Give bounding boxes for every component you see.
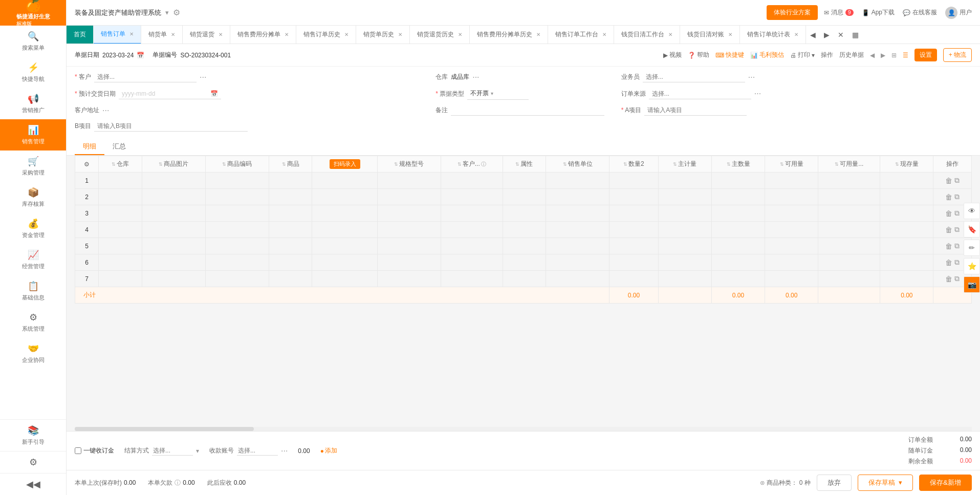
table-cell[interactable] [765, 173, 818, 189]
tab-expense-history[interactable]: 销售费用分摊单历史 ✕ [470, 26, 548, 44]
table-cell[interactable] [609, 205, 658, 222]
payment-dropdown-icon[interactable]: ▾ [196, 447, 199, 455]
table-cell[interactable] [711, 173, 765, 189]
app-download-link[interactable]: 📱 App下载 [862, 8, 895, 17]
table-cell[interactable] [503, 254, 546, 271]
table-cell[interactable] [609, 271, 658, 287]
table-cell[interactable] [711, 205, 765, 222]
table-cell[interactable] [880, 238, 933, 254]
col-settings[interactable]: ⚙ [75, 156, 99, 173]
sidebar-item-inventory[interactable]: 📦 库存核算 [0, 182, 66, 213]
table-cell[interactable] [818, 238, 880, 254]
table-cell[interactable] [609, 173, 658, 189]
table-cell[interactable] [818, 205, 880, 222]
table-cell[interactable] [765, 254, 818, 271]
table-cell[interactable] [142, 189, 205, 205]
sidebar-item-guide[interactable]: 📚 新手引导 [0, 419, 66, 451]
table-cell[interactable] [377, 238, 441, 254]
table-cell[interactable] [441, 205, 503, 222]
address-more-icon[interactable]: ··· [102, 106, 109, 115]
tab-close-icon[interactable]: ✕ [602, 32, 606, 37]
table-cell[interactable] [142, 238, 205, 254]
table-cell[interactable] [658, 205, 711, 222]
table-cell[interactable] [658, 222, 711, 238]
table-cell[interactable] [312, 271, 377, 287]
nav-prev-icon[interactable]: ◀ [870, 52, 875, 59]
table-cell[interactable] [269, 238, 312, 254]
nav-next-icon[interactable]: ▶ [881, 52, 885, 59]
table-cell[interactable] [765, 205, 818, 222]
table-cell[interactable] [818, 173, 880, 189]
table-cell[interactable] [99, 254, 142, 271]
table-cell[interactable] [142, 254, 205, 271]
right-panel-star-btn[interactable]: ⭐ [964, 258, 980, 274]
table-cell[interactable] [765, 189, 818, 205]
tab-sales-order[interactable]: 销售订单 ✕ [94, 26, 141, 44]
table-cell[interactable] [609, 238, 658, 254]
account-input[interactable] [237, 446, 278, 456]
account-more-icon[interactable]: ··· [281, 446, 288, 456]
add-logistics-button[interactable]: + 物流 [943, 48, 972, 62]
row-delete-button[interactable]: 🗑 [945, 192, 952, 201]
row-copy-button[interactable]: ⧉ [954, 274, 960, 283]
online-service-link[interactable]: 💬 在线客服 [903, 8, 937, 17]
discard-button[interactable]: 放弃 [817, 475, 852, 491]
table-cell[interactable] [880, 222, 933, 238]
table-cell[interactable] [609, 189, 658, 205]
table-cell[interactable] [609, 222, 658, 238]
tab-close-icon[interactable]: ✕ [129, 31, 134, 37]
table-cell[interactable] [711, 189, 765, 205]
save-new-button[interactable]: 保存&新增 [919, 475, 972, 491]
table-cell[interactable] [765, 238, 818, 254]
row-delete-button[interactable]: 🗑 [945, 274, 952, 283]
table-cell[interactable] [765, 271, 818, 287]
right-panel-view-btn[interactable]: 👁 [964, 203, 980, 219]
row-copy-button[interactable]: ⧉ [954, 225, 960, 234]
table-cell[interactable] [441, 222, 503, 238]
settings-icon[interactable]: ⚙ [173, 8, 180, 17]
table-cell[interactable] [880, 205, 933, 222]
tab-sales-order-history[interactable]: 销售订单历史 ✕ [296, 26, 356, 44]
view-button[interactable]: ▶ 视频 [663, 51, 682, 59]
tab-invoice-history[interactable]: 销货单历史 ✕ [356, 26, 410, 44]
sidebar-item-basic-info[interactable]: 📋 基础信息 [0, 275, 66, 307]
table-cell[interactable] [658, 271, 711, 287]
table-cell[interactable] [441, 189, 503, 205]
table-cell[interactable] [205, 271, 269, 287]
row-delete-button[interactable]: 🗑 [945, 209, 952, 218]
table-cell[interactable] [658, 254, 711, 271]
table-cell[interactable] [377, 205, 441, 222]
history-button[interactable]: 历史单据 [839, 51, 864, 59]
table-cell[interactable] [658, 238, 711, 254]
table-cell[interactable] [377, 173, 441, 189]
table-cell[interactable] [609, 254, 658, 271]
table-cell[interactable] [880, 271, 933, 287]
tab-close-icon[interactable]: ✕ [668, 32, 672, 37]
table-cell[interactable] [142, 205, 205, 222]
draft-dropdown-icon[interactable]: ▾ [899, 479, 902, 486]
table-cell[interactable] [441, 173, 503, 189]
table-cell[interactable] [503, 271, 546, 287]
horizontal-scrollbar[interactable] [75, 427, 972, 431]
ticket-type-select[interactable]: 不开票 ▾ [467, 88, 529, 100]
table-cell[interactable] [205, 222, 269, 238]
table-cell[interactable] [503, 205, 546, 222]
right-panel-bookmark-btn[interactable]: 🔖 [964, 221, 980, 238]
table-cell[interactable] [205, 254, 269, 271]
table-cell[interactable] [765, 222, 818, 238]
calendar-icon[interactable]: 📅 [137, 52, 144, 59]
table-cell[interactable] [312, 222, 377, 238]
table-cell[interactable] [546, 254, 609, 271]
tab-daily-reconcile[interactable]: 钱货日清对账 ✕ [680, 26, 740, 44]
tab-order-stats[interactable]: 销售订单统计表 ✕ [740, 26, 806, 44]
table-cell[interactable] [312, 205, 377, 222]
table-cell[interactable] [269, 271, 312, 287]
order-source-more-icon[interactable]: ··· [754, 89, 761, 98]
delivery-date-input[interactable]: yyyy-mm-dd 📅 [119, 89, 221, 99]
tab-close-icon[interactable]: ✕ [398, 32, 402, 37]
table-cell[interactable] [658, 173, 711, 189]
sidebar-item-enterprise[interactable]: 🤝 企业协同 [0, 338, 66, 369]
sidebar-item-operations[interactable]: 📈 经营管理 [0, 244, 66, 275]
date-calendar-icon[interactable]: 📅 [210, 90, 218, 97]
tab-menu-button[interactable]: ▦ [848, 26, 863, 44]
